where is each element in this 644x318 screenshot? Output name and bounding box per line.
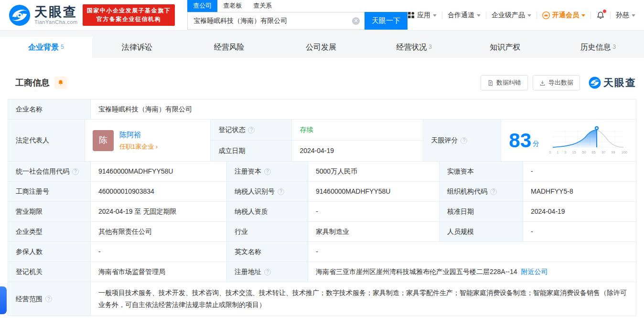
taxpayer-quality-label: 纳税人资质	[227, 202, 308, 221]
org-code-value: MADHFYY5-8	[523, 182, 636, 201]
help-icon[interactable]	[264, 168, 271, 175]
gov-certification-badge: 国家中小企业发展子基金旗下 官方备案企业征信机构	[83, 4, 175, 26]
badge-line1: 国家中小企业发展子基金旗下	[87, 7, 171, 15]
logo-text: 天眼查	[34, 5, 78, 19]
export-data-button[interactable]: 导出数据	[533, 75, 580, 90]
divider	[590, 12, 591, 19]
legal-rep-name-link[interactable]: 陈阿裕	[119, 130, 158, 141]
tab-count: 3	[429, 44, 432, 50]
table-row: 登记机关 海南省市场监督管理局 注册地址 海南省三亚市崖州区崖州湾科技城雅布伦产…	[8, 262, 636, 282]
nearby-companies-link[interactable]: 附近公司	[521, 267, 548, 277]
table-row: 营业期限 2024-04-19 至 无固定期限 纳税人资质 - 核准日期 202…	[8, 202, 636, 222]
clear-search-icon[interactable]	[352, 17, 360, 25]
company-type-label: 企业类型	[8, 222, 91, 241]
help-icon[interactable]	[278, 188, 284, 195]
username: 孙慈	[616, 11, 629, 20]
badge-line2: 官方备案企业征信机构	[87, 15, 171, 23]
nav-apps-label: 应用	[417, 11, 430, 20]
reg-capital-label: 注册资本	[235, 166, 261, 176]
staff-size-value: -	[523, 222, 636, 241]
search-tab-relation[interactable]: 查关系	[247, 0, 278, 12]
notification-dot	[603, 10, 606, 13]
chevron-down-icon	[527, 14, 531, 17]
score-unit: 分	[533, 139, 539, 149]
credit-code-value: 91460000MADHFYY58U	[91, 162, 227, 181]
nav-vip-label: 开通会员	[552, 11, 579, 20]
notifications-bell[interactable]	[596, 11, 605, 20]
reg-status-value: 存续	[292, 120, 423, 140]
tab-count: 3	[612, 44, 616, 50]
nav-apps[interactable]: 应用	[408, 11, 437, 20]
insured-count-value: -	[91, 242, 227, 262]
tab-operational-risk[interactable]: 经营风险	[184, 37, 276, 58]
tianyancha-watermark: 天眼查	[589, 76, 636, 89]
reg-number-value: 460000010903834	[91, 182, 227, 201]
search-tab-boss[interactable]: 查老板	[217, 0, 247, 12]
search-button[interactable]: 天眼一下	[365, 12, 408, 30]
help-icon[interactable]	[264, 269, 271, 275]
tab-business-status[interactable]: 经营状况3	[368, 37, 460, 58]
search-input[interactable]	[187, 12, 365, 30]
org-code-label: 组织机构代码	[447, 186, 487, 197]
help-icon[interactable]	[461, 137, 467, 144]
tab-company-development[interactable]: 公司发展	[276, 37, 368, 58]
tianyancha-logo[interactable]: 天眼查 TianYanCha.com	[9, 4, 78, 26]
side-float-widget[interactable]	[0, 286, 7, 314]
divider	[442, 12, 442, 19]
main-content: 工商信息 数据纠错 导出数据	[0, 58, 644, 316]
apps-grid-icon	[408, 11, 415, 19]
tab-intellectual-property[interactable]: 知识产权	[460, 37, 552, 58]
reg-address-label: 注册地址	[235, 267, 261, 277]
credit-code-label: 统一社会信用代码	[16, 166, 69, 176]
nav-enterprise-products[interactable]: 企业级产品	[492, 11, 531, 20]
nav-vip-membership[interactable]: 开通会员	[542, 11, 585, 20]
company-name-label: 企业名称	[8, 99, 91, 119]
legal-rep-employment-link[interactable]: 任职1家企业	[119, 142, 158, 152]
download-icon	[539, 80, 546, 86]
score-value: 83	[509, 131, 531, 151]
help-icon[interactable]	[45, 296, 52, 302]
help-icon[interactable]	[490, 188, 497, 195]
data-correction-button[interactable]: 数据纠错	[481, 75, 528, 90]
top-header: 天眼查 TianYanCha.com 国家中小企业发展子基金旗下 官方备案企业征…	[0, 0, 644, 31]
help-icon[interactable]	[248, 127, 255, 133]
industry-label: 行业	[227, 222, 308, 241]
approval-date-label: 核准日期	[440, 202, 523, 221]
chevron-down-icon	[433, 14, 437, 17]
company-type-value: 其他有限责任公司	[91, 222, 227, 241]
monitor-bell-button[interactable]	[54, 77, 67, 89]
paid-capital-value: -	[523, 162, 636, 181]
nav-cooperation[interactable]: 合作通道	[448, 11, 481, 20]
tab-legal-proceedings[interactable]: 法律诉讼	[92, 37, 184, 58]
chevron-down-icon	[632, 14, 635, 17]
document-icon	[487, 80, 494, 86]
tab-history-info[interactable]: 历史信息3	[552, 37, 644, 58]
score-axis-ticks: 0 1 3 15 50 85 97 99 100	[548, 150, 628, 155]
page-tabbar: 企业背景5 法律诉讼 经营风险 公司发展 经营状况3 知识产权 历史信息3	[0, 31, 644, 58]
tianyancha-logo-icon	[9, 4, 31, 26]
score-label: 天眼评分	[431, 135, 458, 145]
business-scope-value: 一般项目技术服务、技术开发、技术咨询、技术交流、技术转让、技术推广；数字技术服务…	[91, 282, 636, 316]
score-curve	[548, 125, 628, 149]
table-row: 统一社会信用代码 91460000MADHFYY58U 注册资本 5000万人民…	[8, 162, 636, 182]
user-menu[interactable]: 孙慈	[616, 11, 635, 20]
establish-date-value: 2024-04-19	[292, 141, 423, 161]
search-tab-company[interactable]: 查公司	[187, 0, 217, 12]
business-info-table: 企业名称 宝褓睡眠科技（海南）有限公司 法定代表人 陈 陈阿裕 任职1家企业 登…	[8, 99, 636, 316]
taxpayer-id-label: 纳税人识别号	[235, 186, 275, 197]
tianyancha-logo-icon	[589, 77, 601, 89]
chevron-down-icon	[477, 14, 481, 17]
legal-rep-avatar[interactable]: 陈	[93, 130, 114, 151]
nav-enterprise-label: 企业级产品	[492, 11, 525, 20]
insured-count-label: 参保人数	[8, 242, 91, 262]
logo-domain: TianYanCha.com	[34, 20, 78, 25]
header-nav: 应用 合作通道 企业级产品 开通会员	[408, 11, 635, 20]
section-title: 工商信息	[15, 77, 50, 88]
tab-company-background[interactable]: 企业背景5	[0, 37, 92, 58]
legal-rep-label: 法定代表人	[8, 120, 85, 161]
table-row: 经营范围 一般项目技术服务、技术开发、技术咨询、技术交流、技术转让、技术推广；数…	[8, 282, 636, 316]
help-icon[interactable]	[72, 168, 79, 175]
business-term-value: 2024-04-19 至 无固定期限	[91, 202, 227, 221]
score-distribution-chart: 0 1 3 15 50 85 97 99 100	[548, 125, 628, 155]
reg-address-value: 海南省三亚市崖州区崖州湾科技城雅布伦产业园五号楼二层228A--14	[316, 267, 517, 277]
